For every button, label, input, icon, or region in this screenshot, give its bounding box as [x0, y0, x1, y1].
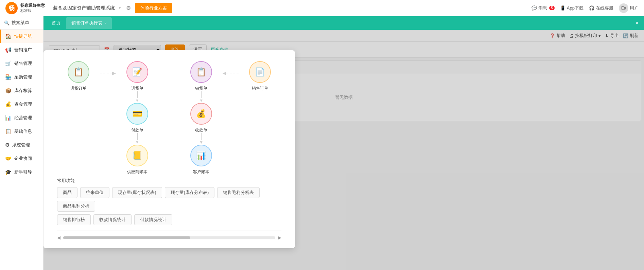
common-functions: 常用功能 商品 往来单位 现存量(库存状况表) 现存量(库存分布表) 销售毛利分… — [57, 178, 281, 225]
enterprise-icon: 🤝 — [5, 156, 12, 162]
top-header: 畅 畅康通好生意 标准版 装备及固定资产辅助管理系统 ▾ ⚙ 体验行业方案 💬 … — [0, 0, 644, 16]
system-icon: ⚙ — [5, 142, 10, 148]
func-buttons-row2: 销售排行榜 收款情况统计 付款情况统计 — [57, 214, 281, 225]
sidebar-item-quick-nav[interactable]: 🏠 快捷导航 — [0, 30, 43, 43]
sales-order-icon: 📄 — [249, 61, 271, 83]
trial-button[interactable]: 体验行业方案 — [135, 3, 172, 13]
system-title: 装备及固定资产辅助管理系统 — [53, 5, 115, 11]
inventory-icon: 📦 — [5, 88, 12, 94]
common-func-title: 常用功能 — [57, 178, 281, 184]
supplier-ledger-icon: 📒 — [126, 145, 148, 166]
func-btn-inventory-status[interactable]: 现存量(库存状况表) — [112, 187, 162, 198]
purchase-slip-icon: 📝 — [126, 61, 148, 83]
func-btn-product[interactable]: 商品 — [57, 187, 77, 198]
message-item[interactable]: 💬 消息 5 — [532, 5, 555, 11]
sales-slip-icon: 📋 — [190, 61, 212, 83]
flow-node-purchase-slip[interactable]: 📝 进货单 — [116, 61, 159, 91]
download-icon: 📱 — [560, 5, 565, 11]
sidebar: 🔍 搜索菜单 🏠 快捷导航 📢 营销推广 🛒 销售管理 🏪 采购管理 📦 库存核… — [0, 16, 43, 270]
main-layout: 🔍 搜索菜单 🏠 快捷导航 📢 营销推广 🛒 销售管理 🏪 采购管理 📦 库存核… — [0, 16, 644, 270]
popup-overlay[interactable]: 📋 进货订单 ▶ — [43, 30, 644, 270]
sidebar-item-basic[interactable]: 📋 基础信息 — [0, 125, 43, 138]
newbie-icon: 🎓 — [5, 169, 12, 175]
flow-node-purchase-order[interactable]: 📋 进货订单 — [57, 61, 100, 91]
tab-home[interactable]: 首页 — [46, 17, 66, 29]
scroll-thumb — [63, 236, 190, 239]
logo-text: 畅康通好生意 标准版 — [20, 3, 45, 13]
flow-node-receipt[interactable]: 💰 收款单 — [180, 103, 223, 133]
sidebar-item-newbie[interactable]: 🎓 新手引导 — [0, 165, 43, 179]
customer-ledger-label: 客户账本 — [193, 169, 209, 175]
message-badge: 5 — [549, 6, 555, 10]
flow-node-payment[interactable]: 💳 付款单 — [116, 103, 159, 133]
scroll-left-icon[interactable]: ◀ — [57, 235, 60, 240]
sidebar-item-operation[interactable]: 📊 经营管理 — [0, 111, 43, 125]
content-area: ❓ 帮助 🖨 按模板打印 ▾ ⬇ 导出 🔄 刷新 — [43, 30, 644, 270]
header-right: 💬 消息 5 📱 App下载 🎧 在线客服 Ea 用户 — [532, 3, 639, 13]
finance-icon: 💰 — [5, 101, 12, 107]
settings-icon[interactable]: ⚙ — [126, 5, 131, 11]
sidebar-item-system[interactable]: ⚙ 系统管理 — [0, 138, 43, 152]
flow-node-sales-slip[interactable]: 📋 销货单 — [180, 61, 223, 91]
sales-icon: 🛒 — [5, 60, 12, 67]
message-icon: 💬 — [532, 5, 537, 11]
func-btn-inventory-dist[interactable]: 现存量(库存分布表) — [165, 187, 215, 198]
scroll-track — [63, 236, 275, 239]
logo-icon: 畅 — [5, 2, 18, 14]
main-content: 首页 销售订单执行表 × × ❓ 帮助 🖨 按模板打印 — [43, 16, 644, 270]
sidebar-item-purchase[interactable]: 🏪 采购管理 — [0, 70, 43, 84]
flow-node-customer-ledger[interactable]: 📊 客户账本 — [180, 145, 223, 175]
sales-order-label: 销售订单 — [252, 86, 268, 91]
payment-icon: 💳 — [126, 103, 148, 125]
sidebar-search[interactable]: 🔍 搜索菜单 — [0, 16, 43, 30]
purchase-icon: 🏪 — [5, 74, 12, 80]
func-buttons: 商品 往来单位 现存量(库存状况表) 现存量(库存分布表) 销售毛利分析表 商品… — [57, 187, 281, 212]
customer-ledger-icon: 📊 — [190, 145, 212, 166]
global-close-icon[interactable]: × — [633, 20, 641, 26]
sidebar-item-enterprise[interactable]: 🤝 企业协同 — [0, 152, 43, 165]
search-icon: 🔍 — [4, 20, 10, 25]
flow-node-sales-order[interactable]: 📄 销售订单 — [239, 61, 281, 91]
scroll-area: ◀ ▶ — [57, 231, 281, 240]
app-download-item[interactable]: 📱 App下载 — [560, 5, 584, 11]
user-avatar: Ea — [619, 3, 628, 13]
purchase-order-label: 进货订单 — [70, 86, 87, 91]
purchase-slip-label: 进货单 — [131, 86, 143, 91]
online-service-item[interactable]: 🎧 在线客服 — [589, 5, 613, 11]
func-btn-payment-stats[interactable]: 付款情况统计 — [134, 214, 172, 225]
marketing-icon: 📢 — [5, 47, 12, 53]
user-item[interactable]: Ea 用户 — [619, 3, 639, 13]
dropdown-arrow-icon[interactable]: ▾ — [119, 6, 121, 10]
tab-bar: 首页 销售订单执行表 × × — [43, 16, 644, 30]
func-btn-sales-rank[interactable]: 销售排行榜 — [57, 214, 91, 225]
tab-close-icon[interactable]: × — [104, 21, 106, 25]
sidebar-item-sales[interactable]: 🛒 销售管理 — [0, 57, 43, 70]
sidebar-item-marketing[interactable]: 📢 营销推广 — [0, 43, 43, 57]
tab-sales-order[interactable]: 销售订单执行表 × — [66, 17, 112, 29]
func-btn-sales-profit[interactable]: 销售毛利分析表 — [217, 187, 260, 198]
flow-popup: 📋 进货订单 ▶ — [43, 50, 295, 248]
payment-label: 付款单 — [131, 127, 143, 133]
sidebar-item-inventory[interactable]: 📦 库存核算 — [0, 84, 43, 97]
logo-area: 畅 畅康通好生意 标准版 — [5, 2, 49, 14]
scroll-right-icon[interactable]: ▶ — [278, 235, 281, 240]
basic-icon: 📋 — [5, 128, 12, 134]
func-btn-receipt-stats[interactable]: 收款情况统计 — [93, 214, 132, 225]
receipt-label: 收款单 — [195, 127, 207, 133]
func-btn-partner[interactable]: 往来单位 — [80, 187, 109, 198]
sales-slip-label: 销货单 — [195, 86, 207, 91]
supplier-ledger-label: 供应商账本 — [127, 169, 147, 175]
home-icon: 🏠 — [5, 33, 12, 39]
operation-icon: 📊 — [5, 115, 12, 121]
func-btn-product-profit[interactable]: 商品毛利分析 — [57, 201, 95, 212]
purchase-order-icon: 📋 — [68, 61, 89, 83]
flow-node-supplier-ledger[interactable]: 📒 供应商账本 — [116, 145, 159, 175]
sidebar-item-finance[interactable]: 💰 资金管理 — [0, 97, 43, 111]
receipt-icon: 💰 — [190, 103, 212, 125]
flow-diagram: 📋 进货订单 ▶ — [57, 61, 281, 175]
service-icon: 🎧 — [589, 5, 594, 11]
